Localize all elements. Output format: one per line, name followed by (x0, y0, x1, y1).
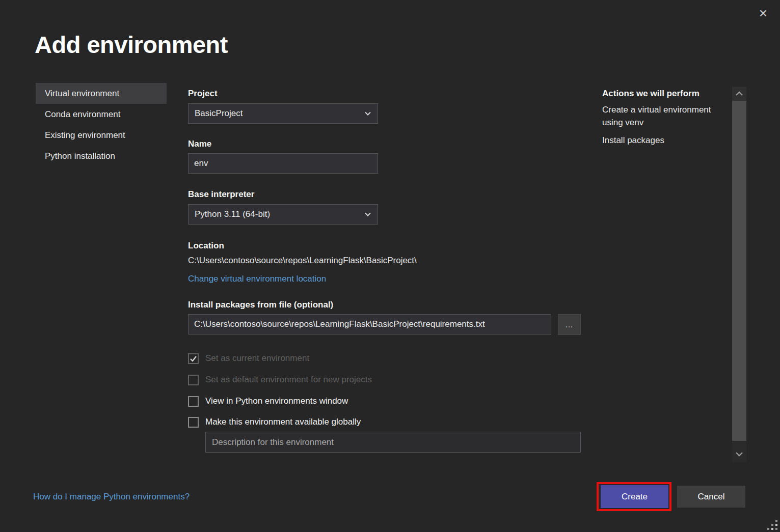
name-input[interactable] (188, 153, 378, 174)
checkbox-set-current-environment: Set as current environment (188, 352, 309, 365)
checkbox-box (188, 353, 199, 364)
change-location-link[interactable]: Change virtual environment location (188, 274, 326, 284)
checkbox-make-globally-available[interactable]: Make this environment available globally (188, 415, 361, 429)
checkmark-icon (190, 355, 197, 362)
checkbox-view-environments-window[interactable]: View in Python environments window (188, 395, 348, 408)
scrollbar-thumb[interactable] (732, 101, 746, 441)
chevron-down-icon (364, 211, 371, 218)
checkbox-set-default-environment: Set as default environment for new proje… (188, 373, 372, 386)
checkbox-label: Make this environment available globally (205, 417, 361, 427)
description-input[interactable] (205, 432, 581, 453)
checkbox-box (188, 375, 199, 385)
checkbox-label: Set as current environment (205, 353, 309, 363)
page-title: Add environment (35, 31, 228, 59)
project-dropdown-value: BasicProject (195, 108, 243, 119)
browse-button[interactable]: ... (558, 314, 581, 335)
resize-grip[interactable] (767, 520, 778, 530)
environment-type-list: Virtual environment Conda environment Ex… (36, 83, 167, 166)
checkbox-box[interactable] (188, 417, 199, 428)
scroll-down-icon[interactable] (732, 447, 746, 461)
install-packages-label: Install packages from file (optional) (188, 300, 333, 310)
checkbox-box[interactable] (188, 396, 199, 407)
scroll-up-icon[interactable] (732, 87, 746, 101)
chevron-down-icon (364, 110, 371, 117)
location-path: C:\Users\contoso\source\repos\LearningFl… (188, 256, 417, 266)
checkbox-label: Set as default environment for new proje… (205, 375, 372, 385)
base-interpreter-dropdown[interactable]: Python 3.11 (64-bit) (188, 204, 378, 225)
requirements-file-input[interactable] (188, 314, 551, 334)
close-icon[interactable]: ✕ (756, 6, 771, 21)
create-button[interactable]: Create (601, 485, 668, 508)
vertical-scrollbar[interactable] (732, 87, 746, 462)
checkbox-label: View in Python environments window (205, 396, 348, 406)
name-label: Name (188, 139, 211, 149)
actions-panel-title: Actions we will perform (602, 89, 700, 99)
cancel-button[interactable]: Cancel (677, 486, 745, 508)
sidebar-item-existing-environment[interactable]: Existing environment (36, 125, 167, 146)
actions-panel-item: Create a virtual environment using venv (602, 103, 722, 129)
base-interpreter-label: Base interpreter (188, 189, 254, 200)
sidebar-item-conda-environment[interactable]: Conda environment (36, 104, 167, 125)
actions-panel-item: Install packages (602, 134, 722, 147)
sidebar-item-virtual-environment[interactable]: Virtual environment (36, 83, 167, 104)
help-link[interactable]: How do I manage Python environments? (33, 492, 190, 502)
project-label: Project (188, 89, 218, 99)
location-label: Location (188, 241, 224, 251)
project-dropdown[interactable]: BasicProject (188, 103, 378, 124)
sidebar-item-python-installation[interactable]: Python installation (36, 146, 167, 166)
base-interpreter-dropdown-value: Python 3.11 (64-bit) (195, 209, 270, 219)
